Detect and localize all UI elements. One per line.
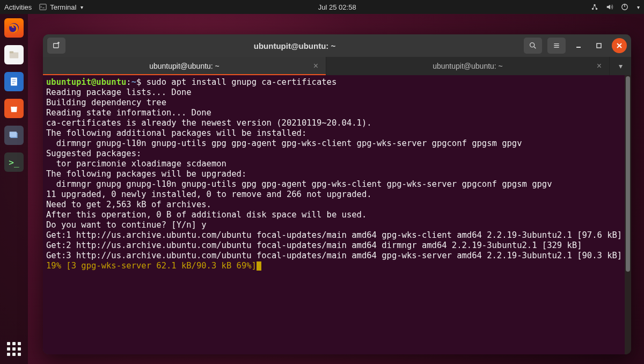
terminal-prompt-icon: >_ — [9, 157, 19, 168]
close-icon — [616, 42, 623, 49]
svg-rect-8 — [10, 52, 13, 54]
desktop: >_ ubuntupit@ubuntu: ~ — [0, 14, 644, 364]
terminal-icon — [39, 3, 47, 11]
window-title: ubuntupit@ubuntu: ~ — [70, 41, 519, 50]
svg-rect-14 — [10, 132, 17, 137]
search-button[interactable] — [524, 38, 542, 54]
power-icon[interactable] — [621, 3, 628, 11]
tab-2[interactable]: ubuntupit@ubuntu: ~ × — [326, 57, 610, 75]
firefox-icon — [8, 21, 20, 34]
dock-item-software[interactable] — [4, 99, 24, 118]
dock-item-terminal[interactable]: >_ — [4, 152, 24, 172]
svg-rect-24 — [597, 43, 601, 48]
shopping-bag-icon — [9, 103, 19, 114]
dock: >_ — [0, 14, 28, 364]
minimize-button[interactable] — [571, 38, 586, 53]
tabs-row: ubuntupit@ubuntu: ~ × ubuntupit@ubuntu: … — [43, 57, 631, 75]
tab-label: ubuntupit@ubuntu: ~ — [433, 62, 503, 70]
tab-1[interactable]: ubuntupit@ubuntu: ~ × — [43, 57, 326, 75]
hamburger-icon — [552, 41, 561, 50]
svg-rect-15 — [54, 43, 58, 48]
svg-line-19 — [534, 47, 536, 48]
scrollbar[interactable] — [625, 75, 631, 354]
maximize-icon — [596, 42, 602, 49]
volume-icon[interactable] — [606, 3, 613, 11]
svg-rect-0 — [40, 4, 46, 10]
app-menu[interactable]: Terminal ▾ — [39, 3, 83, 11]
tab-close-button[interactable]: × — [597, 61, 602, 71]
dock-item-writer[interactable] — [4, 72, 24, 91]
screenshot-icon — [9, 130, 19, 141]
show-applications-button[interactable] — [4, 339, 24, 359]
scrollbar-thumb[interactable] — [626, 76, 630, 272]
minimize-icon — [575, 42, 582, 49]
tabs-dropdown-button[interactable]: ▾ — [610, 57, 631, 75]
new-tab-icon — [52, 41, 61, 50]
files-icon — [8, 49, 20, 61]
terminal-window: ubuntupit@ubuntu: ~ — [43, 34, 631, 354]
close-button[interactable] — [612, 38, 627, 53]
terminal-output[interactable]: ubuntupit@ubuntu:~$ sudo apt install gnu… — [43, 75, 625, 354]
window-titlebar: ubuntupit@ubuntu: ~ — [43, 34, 631, 57]
clock[interactable]: Jul 25 02:58 — [318, 3, 356, 11]
chevron-down-icon: ▾ — [80, 4, 83, 10]
hamburger-menu-button[interactable] — [547, 38, 566, 54]
activities-button[interactable]: Activities — [4, 3, 32, 11]
network-icon[interactable] — [591, 3, 598, 11]
new-tab-button[interactable] — [47, 38, 65, 54]
dock-item-files[interactable] — [4, 45, 24, 64]
dock-item-firefox[interactable] — [4, 18, 24, 38]
tab-close-button[interactable]: × — [313, 61, 318, 71]
tab-label: ubuntupit@ubuntu: ~ — [149, 62, 219, 70]
dock-item-screenshot[interactable] — [4, 126, 24, 145]
svg-point-18 — [530, 43, 535, 47]
search-icon — [529, 41, 537, 50]
maximize-button[interactable] — [591, 38, 606, 53]
system-menu-caret-icon[interactable]: ▾ — [637, 4, 640, 10]
gnome-topbar: Activities Terminal ▾ Jul 25 02:58 ▾ — [0, 0, 644, 14]
chevron-down-icon: ▾ — [619, 62, 623, 70]
document-icon — [9, 76, 19, 87]
app-menu-label: Terminal — [50, 3, 76, 11]
